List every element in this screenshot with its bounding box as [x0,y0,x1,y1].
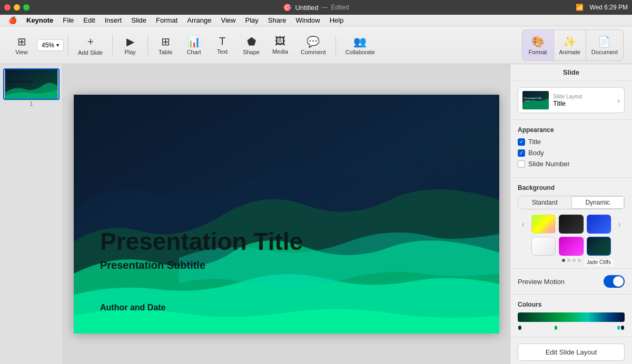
menu-view[interactable]: View [217,15,240,25]
table-icon: ⊞ [161,35,170,48]
wifi-icon: 📶 [576,4,584,11]
tooltip-jade-cliffs: Jade Cliffs [585,259,614,266]
swatch-dark[interactable] [559,215,583,234]
add-slide-button[interactable]: ＋ Add Slide [73,30,108,60]
appearance-section: Appearance ✓ Title ✓ Body Slide Number [510,120,632,178]
menu-insert[interactable]: Insert [101,15,126,25]
titlebar-right: 📶 Wed 6:29 PM [576,4,628,11]
table-label: Table [159,49,172,55]
swatch-white[interactable] [531,237,556,256]
menu-apple[interactable]: 🍎 [4,15,21,25]
colour-stop-2[interactable] [554,325,558,330]
doc-title: Untitled [295,4,318,12]
media-button[interactable]: 🖼 Media [267,30,293,60]
zoom-chevron-icon: ▾ [56,42,59,48]
view-icon: ⊞ [17,35,26,48]
swatches-prev-icon[interactable]: ‹ [518,215,528,234]
preview-motion-row: Preview Motion [518,275,625,288]
layout-sub-label: Slide Layout [553,94,613,99]
chart-icon: 📊 [187,35,201,48]
dot-2 [567,259,570,262]
title-checkbox[interactable]: ✓ [518,138,525,146]
collaborate-button[interactable]: 👥 Collaborate [340,30,380,60]
swatch-gradient-green[interactable] [531,215,556,234]
layout-info: Slide Layout Title [553,94,613,107]
check-icon: ✓ [519,139,524,145]
separator [68,35,68,56]
menu-play[interactable]: Play [241,15,262,25]
fullscreen-button[interactable] [23,4,29,11]
swatch-blue[interactable] [587,215,611,234]
slide-thumbnail-1[interactable]: Presentation Title Presentation Subtitle [3,68,60,100]
slide-number-checkbox[interactable] [518,160,525,168]
table-button[interactable]: ⊞ Table [152,30,179,60]
colour-stop-3[interactable] [617,325,621,330]
animate-panel-button[interactable]: ✨ Animate [554,30,586,60]
menu-window[interactable]: Window [291,15,324,25]
view-button[interactable]: ⊞ View [8,30,35,60]
menu-edit[interactable]: Edit [79,15,99,25]
slide-author[interactable]: Author and Date [100,303,473,312]
title-checkbox-row: ✓ Title [518,138,625,146]
menu-arrange[interactable]: Arrange [183,15,215,25]
document-icon: 📄 [598,35,611,48]
slide-number-1: 1 [3,101,60,107]
slide-canvas[interactable]: Presentation Title Presentation Subtitle… [74,95,499,333]
zoom-control[interactable]: 45% ▾ [37,39,64,51]
swatches-row-1: ‹ › [518,215,625,234]
swatches-next-icon[interactable]: › [614,215,625,234]
text-button[interactable]: T Text [209,30,235,60]
layout-picker[interactable]: Presentation Title Subtitle Slide Layout… [518,87,625,113]
add-slide-label: Add Slide [78,49,103,56]
menu-format[interactable]: Format [152,15,182,25]
traffic-lights [4,4,29,11]
separator2 [112,35,113,56]
main-area: Presentation Title Presentation Subtitle… [0,64,632,364]
comment-button[interactable]: 💬 Comment [295,30,331,60]
body-checkbox-label: Body [528,149,544,157]
colour-stop-1[interactable] [518,325,522,330]
menu-keynote[interactable]: Keynote [22,15,57,25]
panel-header: Slide [510,64,632,81]
document-panel-button[interactable]: 📄 Document [586,30,623,60]
layout-section: Presentation Title Subtitle Slide Layout… [510,81,632,120]
layout-name: Title [553,99,613,107]
dot-1 [562,259,565,262]
standard-toggle-btn[interactable]: Standard [518,196,571,209]
menu-file[interactable]: File [58,15,78,25]
svg-text:Presentation Title: Presentation Title [8,80,33,83]
menu-help[interactable]: Help [325,15,348,25]
swatch-jade-cliffs[interactable]: Jade Cliffs [587,237,611,256]
chart-label: Chart [187,49,201,55]
menu-share[interactable]: Share [264,15,291,25]
preview-motion-toggle[interactable] [604,275,625,288]
slide-title[interactable]: Presentation Title [100,228,473,255]
shape-button[interactable]: ⬟ Shape [238,30,265,60]
zoom-value: 45% [42,42,54,49]
svg-text:Subtitle: Subtitle [524,100,529,102]
slide-subtitle[interactable]: Presentation Subtitle [100,259,473,271]
colour-stop-4[interactable] [620,325,625,330]
edit-slide-layout-button[interactable]: Edit Slide Layout [518,343,625,361]
appearance-title: Appearance [518,126,625,134]
slide-content: Presentation Title Presentation Subtitle… [74,95,499,333]
menu-slide[interactable]: Slide [127,15,151,25]
chart-button[interactable]: 📊 Chart [181,30,207,60]
svg-text:Presentation Title: Presentation Title [524,97,542,99]
close-button[interactable] [4,4,11,11]
toggle-knob [613,276,624,287]
format-panel-button[interactable]: 🎨 Format [522,30,554,60]
play-button[interactable]: ▶ Play [117,30,143,60]
swatch-purple[interactable] [559,237,583,256]
minimize-button[interactable] [14,4,20,11]
colours-title: Colours [518,301,625,308]
separator3 [147,35,148,56]
canvas-area[interactable]: Presentation Title Presentation Subtitle… [63,64,510,364]
check-icon2: ✓ [519,150,524,156]
colour-gradient-bar[interactable] [518,312,625,322]
collaborate-icon: 👥 [353,35,367,48]
body-checkbox[interactable]: ✓ [518,149,525,157]
format-label: Format [529,49,547,55]
dynamic-toggle-btn[interactable]: Dynamic [571,196,625,209]
preview-motion-label: Preview Motion [518,278,565,286]
